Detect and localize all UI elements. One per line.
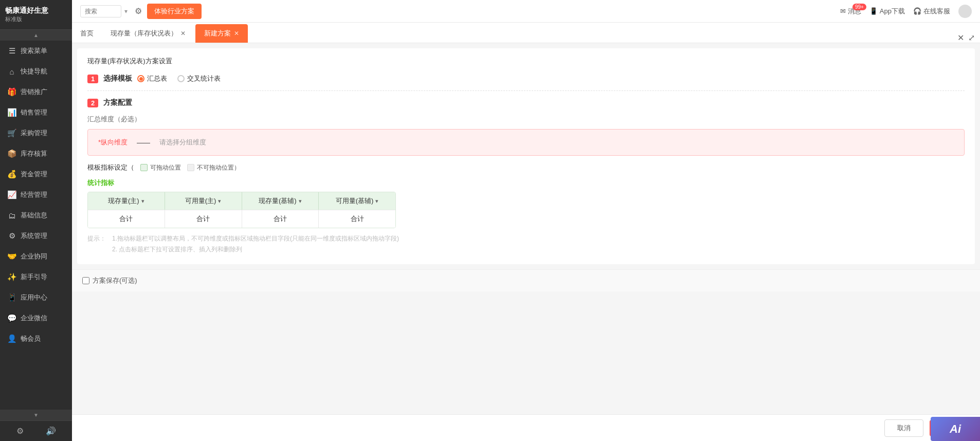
sidebar-item-label: 快捷导航 [21, 67, 47, 76]
sidebar-item-member[interactable]: 👤 畅会员 [0, 328, 72, 349]
col-header-1[interactable]: 可用量(主) ▾ [165, 192, 242, 210]
draggable-label: 可拖动位置 [150, 163, 181, 172]
sidebar-item-label: 新手引导 [21, 272, 47, 282]
tab-inventory-close[interactable]: ✕ [180, 30, 186, 37]
sidebar-scroll-up[interactable]: ▲ [0, 30, 72, 41]
content-area: 现存量(库存状况表)方案设置 1 选择模板 汇总表 交叉统计表 [72, 43, 980, 414]
sidebar-item-label: 营销推广 [21, 87, 47, 97]
tab-new-plan[interactable]: 新建方案 ✕ [195, 24, 248, 43]
col-dropdown-0[interactable]: ▾ [141, 198, 144, 205]
tab-home-label: 首页 [80, 29, 94, 38]
tab-home[interactable]: 首页 [72, 24, 102, 43]
gear-icon[interactable]: ⚙ [135, 6, 142, 16]
sidebar-item-sales[interactable]: 📊 销售管理 [0, 102, 72, 123]
finance-icon: 💰 [7, 170, 16, 179]
tab-inventory-status[interactable]: 现存量（库存状况表） ✕ [102, 24, 194, 43]
cell-0-0: 合计 [88, 210, 165, 228]
search-area: ▾ [80, 5, 128, 17]
topbar: ▾ ⚙ 体验行业方案 ✉ 消息 99+ 📱 App下载 🎧 在线客服 [72, 0, 980, 23]
sidebar-logo: 畅康通好生意 标准版 [0, 0, 72, 30]
sidebar-item-finance[interactable]: 💰 资金管理 [0, 164, 72, 185]
headset-icon: 🎧 [913, 7, 921, 15]
col-header-3[interactable]: 可用量(基辅) ▾ [319, 192, 395, 210]
sidebar-item-app-center[interactable]: 📱 应用中心 [0, 287, 72, 308]
tip-0: 提示： 1.拖动标题栏可以调整布局，不可跨维度或指标区域拖动栏目字段(只能在同一… [87, 234, 965, 243]
sidebar-item-new-guide[interactable]: ✨ 新手引导 [0, 267, 72, 287]
search-input[interactable] [80, 5, 121, 17]
cooperation-icon: 🤝 [7, 252, 16, 261]
col-header-0[interactable]: 现存量(主) ▾ [88, 192, 165, 210]
step1-header: 1 选择模板 汇总表 交叉统计表 [87, 74, 965, 83]
sidebar-item-cooperation[interactable]: 🤝 企业协同 [0, 246, 72, 267]
tab-expand-icon[interactable]: ⤢ [968, 33, 975, 43]
service-button[interactable]: 🎧 在线客服 [913, 7, 950, 16]
radio-cross[interactable]: 交叉统计表 [177, 74, 221, 83]
col-dropdown-1[interactable]: ▾ [218, 198, 221, 205]
cell-0-3: 合计 [319, 210, 395, 228]
col-label-0: 现存量(主) [108, 196, 139, 206]
vertical-dim-label: *纵向维度 [98, 138, 128, 147]
col-header-2[interactable]: 现存量(基辅) ▾ [242, 192, 319, 210]
tab-inventory-label: 现存量（库存状况表） [111, 29, 177, 38]
dimension-row: *纵向维度 —— 请选择分组维度 [98, 138, 954, 147]
stat-table: 现存量(主) ▾ 可用量(主) ▾ 现存量(基辅) ▾ 可用量(基辅) [87, 192, 396, 228]
divider-1 [87, 90, 965, 91]
sidebar-item-search-menu[interactable]: ☰ 搜索菜单 [0, 41, 72, 61]
col-label-3: 可用量(基辅) [336, 196, 374, 206]
sidebar-item-label: 企业微信 [21, 314, 47, 323]
sidebar-item-operations[interactable]: 📈 经营管理 [0, 185, 72, 205]
radio-summary[interactable]: 汇总表 [137, 74, 167, 83]
indicator-settings: 模板指标设定（ 可拖动位置 不可拖动位置） [87, 163, 965, 172]
member-icon: 👤 [7, 334, 16, 343]
save-checkbox[interactable] [82, 277, 89, 284]
dim-dash: —— [137, 139, 150, 146]
tip-text-1: 2. 点击标题栏下拉可设置排序、插入列和删除列 [112, 246, 242, 253]
non-draggable-toggle: 不可拖动位置） [187, 163, 240, 172]
tips-section: 提示： 1.拖动标题栏可以调整布局，不可跨维度或指标区域拖动栏目字段(只能在同一… [87, 234, 965, 254]
dim-placeholder: 请选择分组维度 [159, 138, 206, 147]
tab-new-plan-close[interactable]: ✕ [234, 30, 239, 37]
basic-info-icon: 🗂 [7, 211, 16, 220]
marketing-icon: 🎁 [7, 87, 16, 97]
message-badge: 99+ [852, 4, 866, 10]
trial-button[interactable]: 体验行业方案 [147, 4, 202, 19]
sidebar-item-label: 销售管理 [21, 108, 47, 117]
ai-bubble[interactable]: Ai [931, 417, 980, 441]
volume-icon[interactable]: 🔊 [46, 426, 56, 436]
sidebar-item-label: 畅会员 [21, 334, 41, 343]
user-button[interactable] [958, 5, 972, 18]
sidebar-item-marketing[interactable]: 🎁 营销推广 [0, 82, 72, 102]
purchase-icon: 🛒 [7, 128, 16, 138]
cancel-button[interactable]: 取消 [884, 419, 923, 437]
tab-close-all-icon[interactable]: ✕ [957, 33, 964, 43]
search-dropdown-icon[interactable]: ▾ [124, 8, 128, 15]
sidebar-item-label: 采购管理 [21, 128, 47, 138]
message-icon: ✉ [840, 7, 846, 15]
sidebar-scroll-down[interactable]: ▼ [0, 410, 72, 420]
sidebar-item-label: 基础信息 [21, 211, 47, 220]
sidebar: 畅康通好生意 标准版 ▲ ☰ 搜索菜单 ⌂ 快捷导航 🎁 营销推广 📊 销售管理… [0, 0, 72, 441]
draggable-box [140, 164, 148, 171]
col-dropdown-2[interactable]: ▾ [299, 198, 302, 205]
sidebar-item-system[interactable]: ⚙ 系统管理 [0, 226, 72, 246]
sidebar-item-inventory[interactable]: 📦 库存核算 [0, 143, 72, 164]
cell-0-2: 合计 [242, 210, 319, 228]
stat-table-row-0: 合计 合计 合计 合计 [88, 210, 395, 228]
sidebar-item-label: 库存核算 [21, 149, 47, 158]
sidebar-item-label: 应用中心 [21, 293, 47, 302]
cell-0-1: 合计 [165, 210, 242, 228]
sidebar-item-quick-nav[interactable]: ⌂ 快捷导航 [0, 61, 72, 82]
app-download-button[interactable]: 📱 App下载 [869, 7, 905, 16]
stat-section-title: 统计指标 [87, 178, 965, 188]
step2-header: 2 方案配置 [87, 98, 965, 107]
stat-table-header: 现存量(主) ▾ 可用量(主) ▾ 现存量(基辅) ▾ 可用量(基辅) [88, 192, 395, 210]
sidebar-item-wechat[interactable]: 💬 企业微信 [0, 308, 72, 328]
col-dropdown-3[interactable]: ▾ [375, 198, 378, 205]
operations-icon: 📈 [7, 190, 16, 199]
message-button[interactable]: ✉ 消息 99+ [840, 7, 861, 16]
settings-icon[interactable]: ⚙ [16, 426, 24, 436]
main-panel: 现存量(库存状况表)方案设置 1 选择模板 汇总表 交叉统计表 [77, 48, 975, 264]
draggable-toggle: 可拖动位置 [140, 163, 181, 172]
sidebar-item-purchase[interactable]: 🛒 采购管理 [0, 123, 72, 143]
sidebar-item-basic-info[interactable]: 🗂 基础信息 [0, 205, 72, 226]
